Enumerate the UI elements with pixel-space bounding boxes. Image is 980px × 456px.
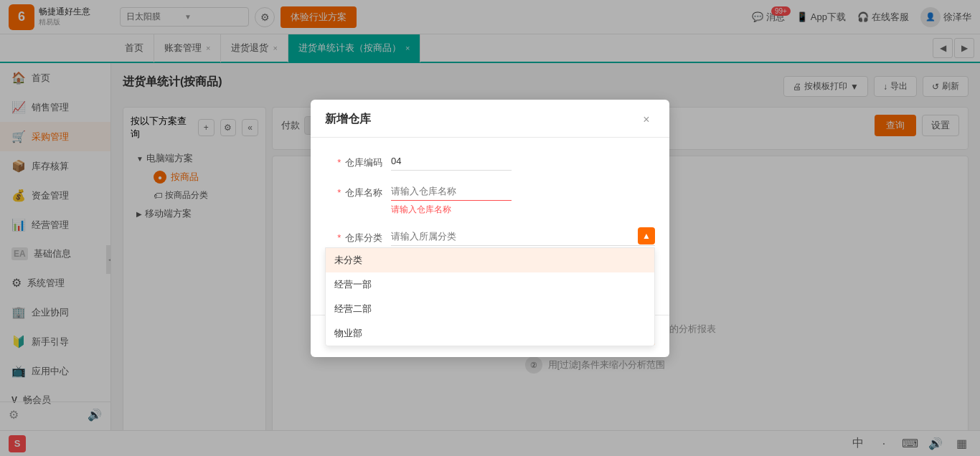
dropdown-item-dept3[interactable]: 物业部 [326, 321, 654, 346]
code-input[interactable] [391, 152, 512, 171]
dropdown-item-unclassified[interactable]: 未分类 [326, 248, 654, 272]
name-input[interactable] [391, 182, 512, 201]
code-label-text: 仓库编码 [345, 157, 382, 168]
code-required-mark: * [337, 157, 341, 168]
category-label: * 仓库分类 [325, 227, 382, 244]
category-required-mark: * [337, 232, 341, 243]
category-input[interactable] [391, 231, 655, 242]
modal-overlay: 新增仓库 × * 仓库编码 * 仓库名称 [0, 0, 980, 456]
category-dropdown-arrow[interactable]: ▲ [638, 227, 655, 244]
name-error-text: 请输入仓库名称 [391, 204, 655, 216]
name-required-mark: * [337, 187, 341, 198]
name-field-row: * 仓库名称 请输入仓库名称 [325, 182, 655, 216]
category-field-row: * 仓库分类 ▲ 未分类 经营一部 经营二部 物业部 [325, 227, 655, 246]
modal-title: 新增仓库 [325, 112, 371, 127]
category-dropdown-menu: 未分类 经营一部 经营二部 物业部 [325, 247, 655, 346]
add-warehouse-modal: 新增仓库 × * 仓库编码 * 仓库名称 [311, 100, 669, 357]
modal-body: * 仓库编码 * 仓库名称 请输入仓库名称 [311, 138, 669, 315]
dropdown-item-dept2[interactable]: 经营二部 [326, 297, 654, 321]
name-label-text: 仓库名称 [345, 187, 382, 198]
category-dropdown[interactable]: ▲ [391, 227, 655, 246]
modal-header: 新增仓库 × [311, 100, 669, 138]
code-control-wrapper [391, 152, 655, 171]
category-label-text: 仓库分类 [345, 232, 382, 243]
code-label: * 仓库编码 [325, 152, 382, 169]
name-label: * 仓库名称 [325, 182, 382, 199]
dropdown-item-dept1[interactable]: 经营一部 [326, 272, 654, 297]
modal-close-button[interactable]: × [638, 111, 655, 128]
code-field-row: * 仓库编码 [325, 152, 655, 171]
category-control-wrapper: ▲ 未分类 经营一部 经营二部 物业部 [391, 227, 655, 246]
name-control-wrapper: 请输入仓库名称 [391, 182, 655, 216]
